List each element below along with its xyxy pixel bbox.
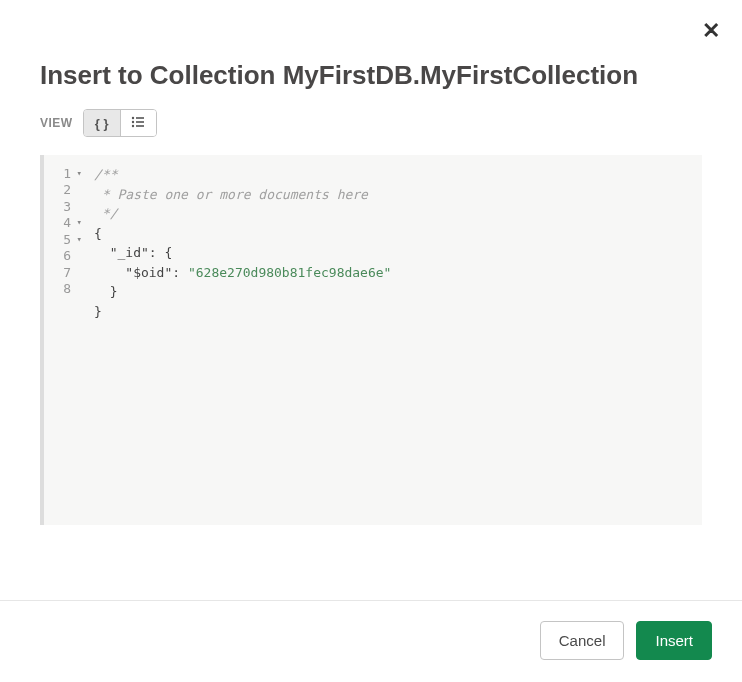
svg-rect-3: [136, 121, 144, 123]
json-view-toggle[interactable]: { }: [84, 110, 120, 136]
code-punct: :: [172, 265, 188, 280]
code-string: "628e270d980b81fec98dae6e": [188, 265, 392, 280]
svg-point-0: [132, 116, 134, 118]
list-view-toggle[interactable]: [120, 110, 156, 136]
code-key: "_id": [110, 245, 149, 260]
code-punct: : {: [149, 245, 172, 260]
code-brace: {: [94, 226, 102, 241]
svg-point-2: [132, 120, 134, 122]
list-icon: [131, 115, 145, 132]
code-brace: }: [94, 304, 102, 319]
cancel-button[interactable]: Cancel: [540, 621, 625, 660]
fold-icon[interactable]: ▾: [74, 167, 82, 181]
view-toggle-group: { }: [83, 109, 157, 137]
svg-rect-1: [136, 117, 144, 119]
view-label: VIEW: [40, 116, 73, 130]
dialog-title: Insert to Collection MyFirstDB.MyFirstCo…: [40, 60, 702, 91]
insert-button[interactable]: Insert: [636, 621, 712, 660]
fold-icon[interactable]: ▾: [74, 216, 82, 230]
code-brace: }: [94, 284, 117, 299]
code-key: "$oid": [125, 265, 172, 280]
braces-icon: { }: [95, 116, 109, 131]
close-icon[interactable]: ✕: [702, 20, 720, 42]
code-comment: */: [94, 206, 117, 221]
code-editor[interactable]: 1▾ 2 3 4▾ 5▾ 6 7 8 /** * Paste one or mo…: [40, 155, 702, 525]
view-toggle-row: VIEW { }: [40, 109, 702, 137]
editor-content[interactable]: /** * Paste one or more documents here *…: [86, 155, 702, 525]
fold-icon[interactable]: ▾: [74, 233, 82, 247]
svg-rect-5: [136, 125, 144, 127]
code-comment: * Paste one or more documents here: [94, 187, 368, 202]
dialog-footer: Cancel Insert: [0, 600, 742, 682]
dialog-body: Insert to Collection MyFirstDB.MyFirstCo…: [0, 0, 742, 525]
svg-point-4: [132, 124, 134, 126]
code-comment: /**: [94, 167, 117, 182]
line-number: 8: [63, 279, 71, 299]
editor-gutter: 1▾ 2 3 4▾ 5▾ 6 7 8: [44, 155, 86, 525]
